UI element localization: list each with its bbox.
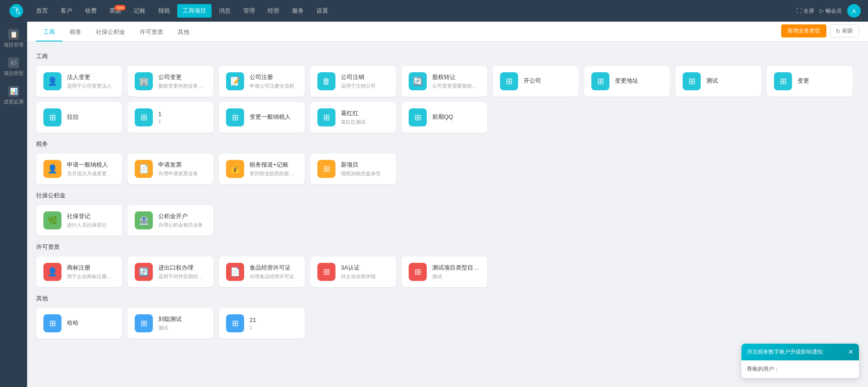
card-icon-刘聪测试: ⊞ <box>135 314 153 332</box>
nav-item-工商项目[interactable]: 工商项目 <box>177 4 212 18</box>
fullscreen-icon: ⛶ <box>796 8 802 14</box>
card-公司注册[interactable]: 📝公司注册申请公司注册全流程 <box>219 66 305 97</box>
card-desc-3A认证: 对企业信誉评级 <box>341 273 389 280</box>
tab-许可资质[interactable]: 许可资质 <box>132 23 170 42</box>
tab-社保公积金[interactable]: 社保公积金 <box>89 23 132 42</box>
card-icon-开公司: ⊞ <box>500 72 518 90</box>
card-21[interactable]: ⊞211 <box>219 308 305 339</box>
card-title-3A认证: 3A认证 <box>341 264 389 272</box>
card-desc-股权转让: 公司变更需要股权转让 <box>432 83 480 89</box>
card-icon-公积金开户: 🏦 <box>135 211 153 229</box>
nav-badge-票据: new <box>114 5 126 10</box>
card-公司注销[interactable]: 🗑公司注销适用于注销公司 <box>310 66 396 97</box>
card-哈哈[interactable]: ⊞哈哈 <box>36 308 122 339</box>
card-法人变更[interactable]: 👤法人变更适用于公司变更法人 <box>36 66 122 97</box>
card-申请发票[interactable]: 📄申请发票办理申请发票业务 <box>127 154 213 184</box>
sidebar-label-进度监测: 进度监测 <box>4 98 24 105</box>
nav-item-服务[interactable]: 服务 <box>287 4 309 18</box>
refresh-button[interactable]: ↻ 刷新 <box>830 24 859 37</box>
nav-item-首页[interactable]: 首页 <box>31 4 53 18</box>
card-desc-公司注册: 申请公司注册全流程 <box>250 83 297 89</box>
tab-bar-right: 新增业务类型 ↻ 刷新 <box>781 24 859 41</box>
section-title-工商: 工商 <box>36 52 859 61</box>
card-icon-变更地址: ⊞ <box>591 72 609 90</box>
card-拉拉[interactable]: ⊞拉拉 <box>36 102 122 133</box>
sidebar-item-进度监测[interactable]: 📊进度监测 <box>1 82 26 109</box>
card-icon-申请发票: 📄 <box>135 160 153 178</box>
card-社保登记[interactable]: 🌿社保登记进行人员社保登记 <box>36 205 122 236</box>
fullscreen-button[interactable]: ⛶ 全屏 <box>796 7 814 15</box>
nav-item-收费[interactable]: 收费 <box>80 4 102 18</box>
card-食品经营许可证[interactable]: 📄食品经营许可证办理食品经营许可证 <box>219 256 305 287</box>
card-前期QQ[interactable]: ⊞前期QQ <box>401 102 487 133</box>
card-1[interactable]: ⊞11 <box>127 102 213 133</box>
card-icon-新项目: ⊞ <box>317 160 335 178</box>
card-icon-申请一般纳税人: 👤 <box>43 160 61 178</box>
card-申请一般纳税人[interactable]: 👤申请一般纳税人当月或次月成变更完成 <box>36 154 122 184</box>
new-business-type-button[interactable]: 新增业务类型 <box>781 24 826 37</box>
nav-item-票据[interactable]: 票据new <box>104 4 127 18</box>
card-3A认证[interactable]: ⊞3A认证对企业信誉评级 <box>310 256 396 287</box>
tab-bar: 工商税务社保公积金许可资质其他 新增业务类型 ↻ 刷新 <box>27 22 868 42</box>
card-title-商标注册: 商标注册 <box>67 264 115 272</box>
card-title-法人变更: 法人变更 <box>67 73 115 81</box>
card-公司变更[interactable]: 🏢公司变更股权变更外的业务变更 <box>127 66 213 97</box>
notification-close-icon[interactable]: ✕ <box>848 348 854 355</box>
card-desc-申请一般纳税人: 当月或次月成变更完成 <box>67 170 115 177</box>
notification-header: 河北税务数字账户升级影响通知 ✕ <box>741 344 859 360</box>
refresh-icon: ↻ <box>836 28 840 34</box>
card-title-测试项目类型目定义: 测试项目类型目定义 <box>432 264 480 272</box>
card-测试项目类型目定义[interactable]: ⊞测试项目类型目定义测试 <box>401 256 487 287</box>
section-title-其他: 其他 <box>36 294 859 303</box>
card-icon-食品经营许可证: 📄 <box>226 263 244 281</box>
tab-税务[interactable]: 税务 <box>62 23 89 42</box>
tab-工商[interactable]: 工商 <box>36 23 62 42</box>
nav-item-消息[interactable]: 消息 <box>213 4 236 18</box>
card-desc-21: 1 <box>250 325 297 330</box>
card-icon-股权转让: 🔄 <box>409 72 427 90</box>
card-刘聪测试[interactable]: ⊞刘聪测试测试 <box>127 308 213 339</box>
cards-grid-其他: ⊞哈哈⊞刘聪测试测试⊞211 <box>36 308 859 339</box>
nav-item-管理[interactable]: 管理 <box>238 4 260 18</box>
cards-grid-许可资质: 👤商标注册用于企业商标注册服务🔄进出口权办理适用于对外贸易经营者📄食品经营许可证… <box>36 256 859 287</box>
nav-item-记账[interactable]: 记账 <box>128 4 151 18</box>
sidebar-item-项目管理[interactable]: 📋项目管理 <box>1 25 26 52</box>
card-desc-新项目: 报税加税控盘保管 <box>341 170 389 177</box>
nav-item-客户[interactable]: 客户 <box>55 4 78 18</box>
card-新项目[interactable]: ⊞新项目报税加税控盘保管 <box>310 154 396 184</box>
cards-grid-工商: 👤法人变更适用于公司变更法人🏢公司变更股权变更外的业务变更📝公司注册申请公司注册… <box>36 66 859 133</box>
nav-item-设置[interactable]: 设置 <box>311 4 334 18</box>
card-税务报道+记账[interactable]: 💰税务报道+记账拿到营业执照的新公司 <box>219 154 305 184</box>
card-测试[interactable]: ⊞测试 <box>675 66 761 97</box>
nav-item-报税[interactable]: 报税 <box>153 4 175 18</box>
member-button[interactable]: ▷ 畅会员 <box>820 7 842 15</box>
card-葛红红[interactable]: ⊞葛红红葛红红测试 <box>310 102 396 133</box>
card-公积金开户[interactable]: 🏦公积金开户办理公积金相关业务 <box>127 205 213 236</box>
tab-其他[interactable]: 其他 <box>170 23 197 42</box>
top-nav: 飞 首页客户收费票据new记账报税工商项目消息管理经营服务设置 ⛶ 全屏 ▷ 畅… <box>0 0 868 22</box>
nav-item-经营[interactable]: 经营 <box>262 4 285 18</box>
card-股权转让[interactable]: 🔄股权转让公司变更需要股权转让 <box>401 66 487 97</box>
card-desc-法人变更: 适用于公司变更法人 <box>67 83 115 89</box>
card-title-变更地址: 变更地址 <box>615 77 663 85</box>
card-icon-测试: ⊞ <box>683 72 701 90</box>
card-变更一般纳税人[interactable]: ⊞变更一般纳税人 <box>219 102 305 133</box>
card-desc-申请发票: 办理申请发票业务 <box>158 170 206 177</box>
card-进出口权办理[interactable]: 🔄进出口权办理适用于对外贸易经营者 <box>127 256 213 287</box>
card-desc-公司注销: 适用于注销公司 <box>341 83 389 89</box>
card-title-股权转让: 股权转让 <box>432 73 480 81</box>
card-icon-公司注销: 🗑 <box>317 72 335 90</box>
nav-items: 首页客户收费票据new记账报税工商项目消息管理经营服务设置 <box>31 4 796 18</box>
avatar[interactable]: A <box>847 4 861 18</box>
card-title-社保登记: 社保登记 <box>67 212 115 220</box>
card-变更地址[interactable]: ⊞变更地址 <box>584 66 670 97</box>
sidebar-item-项目类型[interactable]: 🏷项目类型 <box>1 54 26 80</box>
notification-title: 河北税务数字账户升级影响通知 <box>747 348 823 356</box>
card-title-测试: 测试 <box>706 77 754 85</box>
notification-popup: 河北税务数字账户升级影响通知 ✕ 尊敬的用户： <box>741 344 859 378</box>
card-title-变更一般纳税人: 变更一般纳税人 <box>250 113 297 121</box>
card-开公司[interactable]: ⊞开公司 <box>493 66 579 97</box>
card-商标注册[interactable]: 👤商标注册用于企业商标注册服务 <box>36 256 122 287</box>
section-title-社保公积金: 社保公积金 <box>36 191 859 200</box>
card-变更[interactable]: ⊞变更 <box>767 66 853 97</box>
